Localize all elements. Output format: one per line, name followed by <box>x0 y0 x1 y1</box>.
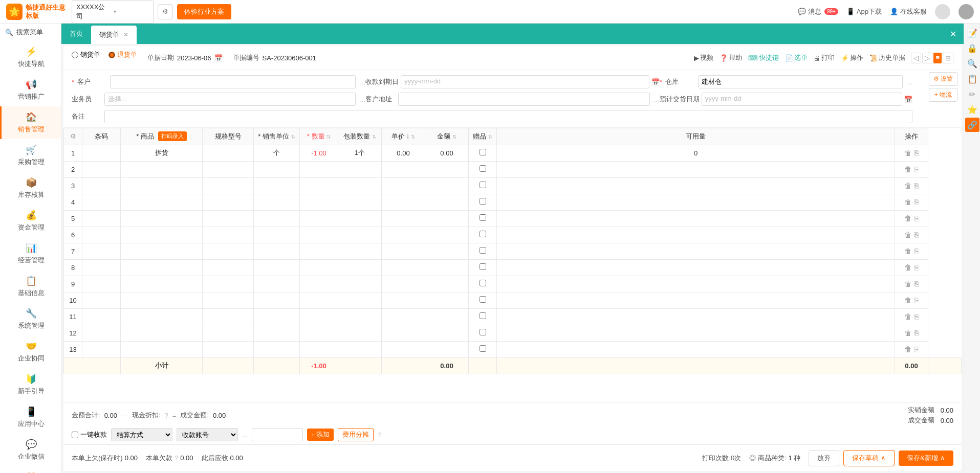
customer-addr-dots[interactable]: ... <box>654 96 660 103</box>
one-click-pay-checkbox[interactable]: 一键收款 <box>72 430 107 439</box>
fee-question-icon[interactable]: ? <box>378 431 381 439</box>
settings-action-btn[interactable]: ⚙ 设置 <box>929 72 957 86</box>
table-settings-icon[interactable]: ⚙ <box>70 132 76 140</box>
sidebar-search[interactable]: 🔍 搜索菜单 <box>0 24 61 41</box>
tab-sales-order[interactable]: 销货单 ✕ <box>91 26 137 44</box>
abandon-button[interactable]: 放弃 <box>809 450 839 466</box>
sidebar-item-wechat[interactable]: 💬 企业微信 <box>0 434 61 466</box>
payment-due-calendar-icon[interactable]: 📅 <box>651 78 660 86</box>
delete-icon[interactable]: 🗑 <box>904 296 911 304</box>
sidebar-item-basic-info[interactable]: 📋 基础信息 <box>0 270 61 303</box>
tab-bar-close-button[interactable]: ✕ <box>943 24 964 44</box>
account-select[interactable]: 收款账号 <box>177 428 238 441</box>
sidebar-item-members[interactable]: 👑 畅会员 <box>0 466 61 473</box>
row-product-1[interactable]: 拆货 <box>121 145 203 161</box>
delete-icon[interactable]: 🗑 <box>904 182 911 190</box>
delete-icon[interactable]: 🗑 <box>904 231 911 239</box>
copy-icon[interactable]: ⎘ <box>914 345 919 353</box>
row-qty-1[interactable]: -1.00 <box>300 145 338 161</box>
row-spec-1[interactable] <box>203 145 254 161</box>
grid-view-btn[interactable]: ⊞ <box>943 53 953 63</box>
delete-icon[interactable]: 🗑 <box>904 214 911 222</box>
right-panel-lock-icon[interactable]: 🔒 <box>965 41 979 55</box>
copy-icon[interactable]: ⎘ <box>914 182 919 190</box>
tab-home[interactable]: 首页 <box>61 24 91 44</box>
sidebar-item-quick-nav[interactable]: ⚡ 快捷导航 <box>0 41 61 74</box>
copy-icon[interactable]: ⎘ <box>914 263 919 272</box>
copy-icon[interactable]: ⎘ <box>914 214 919 222</box>
right-panel-search-icon[interactable]: 🔍 <box>965 56 979 71</box>
sidebar-item-operations[interactable]: 📊 经营管理 <box>0 237 61 270</box>
right-panel-edit-icon[interactable]: 📝 <box>965 26 979 40</box>
user-avatar2[interactable] <box>959 4 974 19</box>
copy-icon[interactable]: ⎘ <box>914 231 919 239</box>
user-avatar[interactable] <box>935 4 950 19</box>
row-pkgqty-1[interactable]: 1个 <box>338 145 382 161</box>
delete-icon[interactable]: 🗑 <box>904 312 911 321</box>
right-panel-star-icon[interactable]: ⭐ <box>965 102 979 117</box>
sidebar-item-purchase[interactable]: 🛒 采购管理 <box>0 139 61 172</box>
sidebar-item-sales[interactable]: 🏠 销售管理 <box>0 106 61 139</box>
app-download-button[interactable]: 📱 App下载 <box>846 7 882 16</box>
customer-dots[interactable]: ... <box>360 78 365 86</box>
row-gift-1[interactable] <box>469 145 497 161</box>
warehouse-input[interactable]: 建材仓 <box>698 75 903 88</box>
sidebar-item-inventory[interactable]: 📦 库存核算 <box>0 172 61 205</box>
history-btn[interactable]: 📜 历史单据 <box>867 52 908 63</box>
sidebar-item-finance[interactable]: 💰 资金管理 <box>0 205 61 237</box>
save-draft-button[interactable]: 保存草稿 ∧ <box>843 450 895 466</box>
copy-icon[interactable]: ⎘ <box>914 280 919 288</box>
sidebar-item-marketing[interactable]: 📢 营销推广 <box>0 74 61 106</box>
row-barcode-1[interactable] <box>82 145 121 161</box>
copy-icon[interactable]: ⎘ <box>914 165 919 173</box>
delete-icon[interactable]: 🗑 <box>904 247 911 255</box>
sales-order-radio[interactable]: 销货单 <box>72 50 100 59</box>
discount-info-icon[interactable]: ? <box>165 412 168 419</box>
operations-btn[interactable]: ⚡ 操作 <box>838 52 866 63</box>
delete-icon[interactable]: 🗑 <box>904 280 911 288</box>
message-button[interactable]: 💬 消息 99+ <box>798 7 838 16</box>
tab-close-icon[interactable]: ✕ <box>123 31 128 38</box>
amount-input[interactable] <box>252 428 303 441</box>
copy-icon[interactable]: ⎘ <box>914 312 919 321</box>
scan-input-btn[interactable]: 扫码录入 <box>158 131 187 141</box>
col-settings[interactable]: ⚙ <box>64 128 82 145</box>
calc-method-select[interactable]: 结算方式 <box>111 428 172 441</box>
owe2-info-icon[interactable]: ? <box>175 454 178 462</box>
remarks-input[interactable] <box>104 110 912 123</box>
print-btn[interactable]: 🖨 打印 <box>811 52 837 63</box>
row-amount-1[interactable]: 0.00 <box>425 145 469 161</box>
sidebar-item-guide[interactable]: 🔰 新手引导 <box>0 368 61 401</box>
add-payment-btn[interactable]: + 添加 <box>307 429 334 441</box>
trial-button[interactable]: 体验行业方案 <box>177 4 231 19</box>
right-panel-pen-icon[interactable]: ✏ <box>965 87 979 101</box>
next-record-btn[interactable]: ▷ <box>922 53 932 63</box>
delete-icon[interactable]: 🗑 <box>904 345 911 353</box>
copy-row-1-icon[interactable]: ⎘ <box>914 149 919 157</box>
right-panel-list-icon[interactable]: 📋 <box>965 72 979 86</box>
sidebar-item-enterprise[interactable]: 🤝 企业协同 <box>0 335 61 368</box>
settings-button[interactable]: ⚙ <box>158 4 173 19</box>
save-new-button[interactable]: 保存&新增 ∧ <box>899 451 953 466</box>
delete-icon[interactable]: 🗑 <box>904 198 911 206</box>
delete-icon[interactable]: 🗑 <box>904 263 911 272</box>
help-btn[interactable]: ❓ 帮助 <box>717 52 745 63</box>
sidebar-item-app-center[interactable]: 📱 应用中心 <box>0 401 61 434</box>
select-bill-btn[interactable]: 📄 选单 <box>782 52 810 63</box>
row-unit-1[interactable]: 个 <box>254 145 300 161</box>
salesperson-input[interactable]: 选择... <box>104 93 356 106</box>
copy-icon[interactable]: ⎘ <box>914 247 919 255</box>
customer-addr-input[interactable] <box>398 93 649 106</box>
company-selector[interactable]: XXXXX公司 ▾ <box>72 0 154 24</box>
copy-icon[interactable]: ⎘ <box>914 329 919 337</box>
video-btn[interactable]: ▶ 视频 <box>691 52 716 63</box>
delivery-date-input[interactable]: yyyy-mm-dd <box>702 93 902 106</box>
copy-icon[interactable]: ⎘ <box>914 198 919 206</box>
row-price-1[interactable]: 0.00 <box>382 145 425 161</box>
list-view-btn[interactable]: ≡ <box>933 53 942 63</box>
salesperson-dots[interactable]: ... <box>360 96 365 103</box>
customer-input[interactable] <box>110 75 356 88</box>
copy-icon[interactable]: ⎘ <box>914 296 919 304</box>
sidebar-item-system[interactable]: 🔧 系统管理 <box>0 303 61 335</box>
online-service-button[interactable]: 👤 在线客服 <box>890 7 927 16</box>
